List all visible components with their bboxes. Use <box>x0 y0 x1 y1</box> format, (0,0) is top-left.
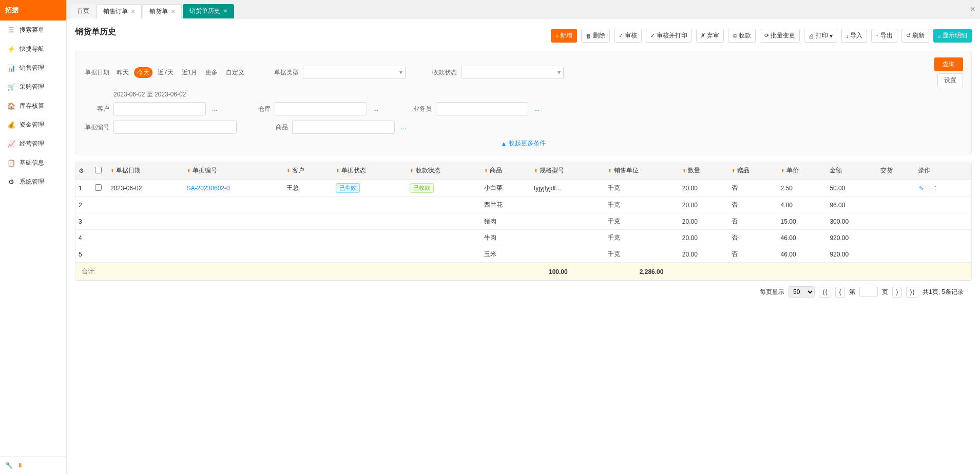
col-spec: ⬆ 规格型号 <box>531 162 605 180</box>
date-tag-1month[interactable]: 近1月 <box>179 67 201 78</box>
current-page-input[interactable]: 1 <box>859 287 878 297</box>
sidebar-item-operation-mgmt[interactable]: 📈 经营管理 <box>0 134 66 153</box>
row4-payment-status <box>407 230 481 246</box>
customer-input[interactable] <box>113 102 206 115</box>
row1-number-link[interactable]: SA-20230602-0 <box>187 185 230 192</box>
table-row: 2 西兰花 千克 20.00 否 4.80 96.00 <box>75 197 971 213</box>
customer-ellipsis[interactable]: ... <box>210 105 219 112</box>
next-page-btn[interactable]: ⟩ <box>892 287 902 298</box>
row2-payment-status <box>407 197 481 213</box>
collapse-btn[interactable]: ▲ 收起更多条件 <box>84 139 963 148</box>
import-button[interactable]: ↓ 导入 <box>841 29 868 43</box>
goods-input[interactable] <box>292 121 395 134</box>
row5-transaction <box>877 246 915 263</box>
sidebar-item-sales-mgmt[interactable]: 📊 销售管理 <box>0 58 66 77</box>
row3-transaction <box>877 213 915 230</box>
prev-page-btn[interactable]: ⟨ <box>835 287 845 298</box>
tab-sales-history-close[interactable]: ✕ <box>223 8 227 14</box>
audit-icon: ✓ <box>619 32 623 39</box>
filter-doc-number: 单据编号 <box>84 121 237 134</box>
sidebar-item-quick-nav[interactable]: ⚡ 快捷导航 <box>0 40 66 58</box>
row5-date <box>107 246 184 263</box>
sidebar-item-system-mgmt[interactable]: ⚙ 系统管理 <box>0 172 66 191</box>
row1-select[interactable] <box>95 184 102 191</box>
new-button[interactable]: + 新增 <box>551 29 577 43</box>
row5-customer <box>283 246 333 263</box>
audit-button[interactable]: ✓ 审核 <box>614 29 642 43</box>
sidebar-bottom-icon1[interactable]: 🔧 <box>5 462 13 469</box>
row1-edit-btn[interactable]: ✎ <box>918 185 925 191</box>
date-tag-custom[interactable]: 自定义 <box>223 67 247 78</box>
warehouse-input[interactable] <box>275 102 367 115</box>
page-size-select[interactable]: 50 100 <box>789 286 815 298</box>
collect-button[interactable]: © 收款 <box>728 29 755 43</box>
col-checkbox <box>92 162 107 180</box>
audit-print-button[interactable]: ✓ 审核并打印 <box>646 29 692 43</box>
last-page-btn[interactable]: ⟩⟩ <box>906 287 918 298</box>
row1-qty: 20.00 <box>679 180 728 197</box>
tab-sales-goods[interactable]: 销货单 ✕ <box>143 4 182 18</box>
table-wrapper: ⚙ ⬆ 单据日期 ⬆ 单据编号 <box>75 162 972 281</box>
table-row: 5 玉米 千克 20.00 否 46.00 920.00 <box>75 246 971 263</box>
col-unit: ⬆ 销售单位 <box>605 162 679 180</box>
row4-amount: 920.00 <box>827 230 877 246</box>
sidebar-item-label: 搜索菜单 <box>20 26 44 34</box>
footer-label: 合计: <box>82 267 107 276</box>
sidebar-bottom-icon2[interactable]: ⏸ <box>17 462 23 469</box>
doc-type-select[interactable] <box>303 66 406 79</box>
abandon-button[interactable]: ✗ 弃审 <box>696 29 724 43</box>
row4-action <box>915 230 971 246</box>
row2-goods: 西兰花 <box>481 197 531 213</box>
sidebar-bottom: 🔧 ⏸ <box>0 456 66 474</box>
row2-date <box>107 197 184 213</box>
date-tag-today[interactable]: 今天 <box>134 67 152 78</box>
date-tag-yesterday[interactable]: 昨天 <box>113 67 132 78</box>
row3-customer <box>283 213 333 230</box>
settings-col-icon[interactable]: ⚙ <box>79 167 84 174</box>
first-page-btn[interactable]: ⟨⟨ <box>819 287 831 298</box>
sidebar-item-purchase-mgmt[interactable]: 🛒 采购管理 <box>0 77 66 96</box>
close-all-tabs[interactable]: ✕ <box>970 5 976 13</box>
row4-customer <box>283 230 333 246</box>
tab-sales-order-close[interactable]: ✕ <box>131 9 135 14</box>
filter-date: 单据日期 昨天 今天 近7天 近1月 更多 自定义 <box>84 67 247 78</box>
row1-customer: 王总 <box>283 180 333 197</box>
sidebar-item-inventory-calc[interactable]: 🏠 库存核算 <box>0 96 66 115</box>
salesperson-input[interactable] <box>436 102 528 115</box>
row1-more-btn[interactable]: ⋮⋮ <box>926 185 939 191</box>
sidebar: 拓据 ☰ 搜索菜单 ⚡ 快捷导航 📊 销售管理 🛒 采购管理 🏠 库存核算 💰 … <box>0 0 67 474</box>
tab-sales-goods-close[interactable]: ✕ <box>171 9 175 14</box>
col-price-label: 单价 <box>786 167 799 174</box>
tab-sales-order[interactable]: 销售订单 ✕ <box>97 4 142 18</box>
query-button[interactable]: 查询 <box>934 57 963 71</box>
sidebar-item-basic-info[interactable]: 📋 基础信息 <box>0 153 66 172</box>
sort-spec-icon: ⬆ <box>534 168 538 173</box>
print-button[interactable]: 🖨 打印 ▾ <box>804 29 837 43</box>
footer-total-qty: 100.00 <box>549 268 568 275</box>
show-detail-button[interactable]: ≡ 显示明细 <box>933 29 972 43</box>
doc-number-input[interactable] <box>113 121 237 134</box>
row4-transaction <box>877 230 915 246</box>
payment-status-select[interactable] <box>461 66 564 79</box>
export-button[interactable]: ↑ 导出 <box>871 29 897 43</box>
batch-change-button[interactable]: ⟳ 批量变更 <box>760 29 800 43</box>
sidebar-item-search-menu[interactable]: ☰ 搜索菜单 <box>0 21 66 40</box>
show-detail-icon: ≡ <box>938 33 941 39</box>
salesperson-ellipsis[interactable]: ... <box>532 105 542 112</box>
tab-sales-history[interactable]: 销货单历史 ✕ <box>183 4 234 18</box>
sidebar-item-finance-mgmt[interactable]: 💰 资金管理 <box>0 115 66 134</box>
row3-payment-status <box>407 213 481 230</box>
tab-home[interactable]: 首页 <box>71 4 95 18</box>
goods-ellipsis[interactable]: ... <box>399 124 408 131</box>
warehouse-ellipsis[interactable]: ... <box>371 105 380 112</box>
select-all-checkbox[interactable] <box>95 167 102 173</box>
col-unit-label: 销售单位 <box>614 167 639 174</box>
date-tag-more[interactable]: 更多 <box>202 67 221 78</box>
refresh-button[interactable]: ↺ 刷新 <box>901 29 929 43</box>
row1-payment-status: 已收款 <box>407 180 481 197</box>
set-button[interactable]: 设置 <box>937 73 963 87</box>
delete-button[interactable]: 🗑 删除 <box>581 29 610 43</box>
date-tag-7days[interactable]: 近7天 <box>155 67 177 78</box>
finance-icon: 💰 <box>7 121 15 129</box>
row2-seq: 2 <box>75 197 92 213</box>
